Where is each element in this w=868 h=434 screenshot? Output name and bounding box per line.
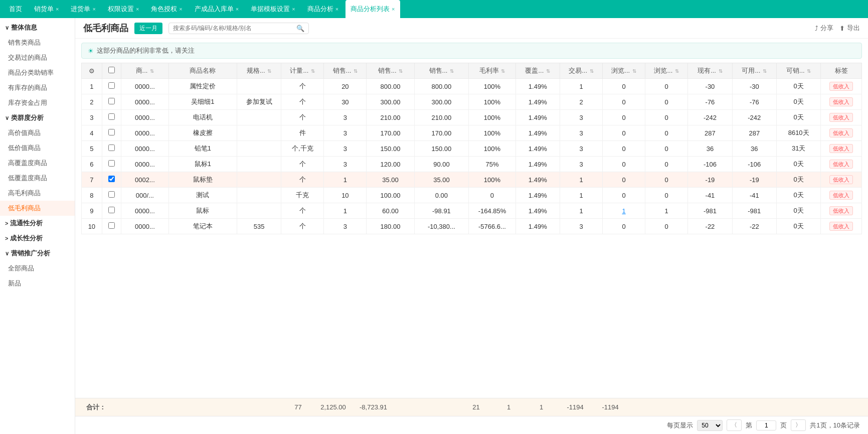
cell-checkbox[interactable] <box>102 141 121 157</box>
table-container[interactable]: ⚙商... ⇅商品名称规格... ⇅计量... ⇅销售... ⇅销售... ⇅销… <box>75 63 868 398</box>
cell-checkbox[interactable] <box>102 172 121 188</box>
nav-close-icon[interactable]: × <box>92 6 95 12</box>
export-button[interactable]: ⬆ 导出 <box>839 24 860 33</box>
col-header-browse1[interactable]: 浏览... ⇅ <box>603 63 645 79</box>
row-checkbox[interactable] <box>108 176 115 182</box>
cell-checkbox[interactable] <box>102 110 121 125</box>
sidebar-item-库存资金占用[interactable]: 库存资金占用 <box>0 95 75 110</box>
sidebar-item-商品分类助销率[interactable]: 商品分类助销率 <box>0 65 75 80</box>
sidebar-item-交易过的商品[interactable]: 交易过的商品 <box>0 50 75 65</box>
sidebar-item-高价值商品[interactable]: 高价值商品 <box>0 125 75 140</box>
nav-item-首页[interactable]: 首页 <box>4 0 27 18</box>
nav-close-icon[interactable]: × <box>56 6 59 12</box>
page-input[interactable] <box>756 420 776 430</box>
nav-close-icon[interactable]: × <box>392 6 395 12</box>
nav-close-icon[interactable]: × <box>292 6 295 12</box>
row-checkbox[interactable] <box>108 129 115 135</box>
data-table: ⚙商... ⇅商品名称规格... ⇅计量... ⇅销售... ⇅销售... ⇅销… <box>81 63 862 234</box>
cell-sales_qty: 1 <box>324 203 367 219</box>
sidebar-group-流通性分析[interactable]: >流通性分析 <box>0 216 75 231</box>
sidebar-item-低价值商品[interactable]: 低价值商品 <box>0 140 75 156</box>
cell-code: 0000... <box>121 79 168 94</box>
nav-item-单据模板设置[interactable]: 单据模板设置× <box>246 0 300 18</box>
cell-sales_price: 800.00 <box>367 79 414 94</box>
nav-item-商品分析列表[interactable]: 商品分析列表× <box>345 0 400 18</box>
col-header-available[interactable]: 可用... ⇅ <box>732 63 776 79</box>
cell-code: 0000... <box>121 125 168 141</box>
prev-page-button[interactable]: 〈 <box>727 419 742 431</box>
nav-close-icon[interactable]: × <box>335 6 338 12</box>
col-header-unit[interactable]: 计量... ⇅ <box>281 63 324 79</box>
nav-close-icon[interactable]: × <box>236 6 239 12</box>
cell-code: 0000... <box>121 203 168 219</box>
cell-sellable: 31天 <box>776 141 820 157</box>
sidebar-item-销售类商品[interactable]: 销售类商品 <box>0 35 75 50</box>
sidebar-group-整体信息[interactable]: ∨整体信息 <box>0 20 75 35</box>
cell-checkbox[interactable] <box>102 188 121 203</box>
col-header-sellable[interactable]: 可销... ⇅ <box>776 63 820 79</box>
cell-sellable: 0天 <box>776 94 820 110</box>
per-page-select[interactable]: 50 100 <box>697 420 723 431</box>
next-page-button[interactable]: 〉 <box>791 419 806 431</box>
row-checkbox[interactable] <box>108 207 115 213</box>
col-header-current_stock[interactable]: 现有... ⇅ <box>688 63 732 79</box>
sidebar-item-低覆盖度商品[interactable]: 低覆盖度商品 <box>0 171 75 186</box>
row-checkbox[interactable] <box>108 160 115 167</box>
sidebar-group-营销推广分析[interactable]: ∨营销推广分析 <box>0 246 75 261</box>
row-checkbox[interactable] <box>108 82 115 89</box>
nav-item-销货单[interactable]: 销货单× <box>29 0 64 18</box>
col-header-spec[interactable]: 规格... ⇅ <box>237 63 281 79</box>
cell-transaction: 3 <box>560 157 602 172</box>
sidebar-item-低毛利商品[interactable]: 低毛利商品 <box>0 201 75 216</box>
col-header-tag[interactable]: 标签 <box>821 63 862 79</box>
sidebar-item-全部商品[interactable]: 全部商品 <box>0 261 75 276</box>
row-checkbox[interactable] <box>108 144 115 151</box>
table-row: 40000...橡皮擦件3170.00170.00100%1.49%300287… <box>82 125 862 141</box>
cell-checkbox[interactable] <box>102 125 121 141</box>
nav-item-进货单[interactable]: 进货单× <box>66 0 100 18</box>
cell-unit: 千克 <box>281 188 324 203</box>
col-header-name[interactable]: 商品名称 <box>168 63 237 79</box>
row-checkbox[interactable] <box>108 98 115 104</box>
sidebar-group-类群度分析[interactable]: ∨类群度分析 <box>0 110 75 125</box>
select-all-checkbox[interactable] <box>108 67 115 73</box>
col-header-sales_price[interactable]: 销售... ⇅ <box>367 63 414 79</box>
row-checkbox[interactable] <box>108 113 115 120</box>
sidebar-group-成长性分析[interactable]: >成长性分析 <box>0 231 75 246</box>
col-header-browse2[interactable]: 浏览... ⇅ <box>645 63 688 79</box>
search-icon[interactable]: 🔍 <box>296 25 304 32</box>
cell-spec <box>237 188 281 203</box>
cell-checkbox[interactable] <box>102 219 121 234</box>
cell-code: 000/... <box>121 188 168 203</box>
col-header-gross_rate[interactable]: 毛利率 ⇅ <box>469 63 515 79</box>
nav-close-icon[interactable]: × <box>136 6 139 12</box>
cell-browse1[interactable]: 1 <box>603 203 645 219</box>
cell-checkbox[interactable] <box>102 203 121 219</box>
cell-available: 287 <box>732 125 776 141</box>
sidebar-item-高覆盖度商品[interactable]: 高覆盖度商品 <box>0 156 75 171</box>
cell-checkbox[interactable] <box>102 79 121 94</box>
nav-item-角色授权[interactable]: 角色授权× <box>146 0 187 18</box>
col-header-settings[interactable]: ⚙ <box>82 63 102 79</box>
col-header-sales_qty[interactable]: 销售... ⇅ <box>324 63 367 79</box>
sidebar-item-有库存的商品[interactable]: 有库存的商品 <box>0 80 75 95</box>
nav-item-产成品入库单[interactable]: 产成品入库单× <box>190 0 244 18</box>
col-header-transaction[interactable]: 交易... ⇅ <box>560 63 602 79</box>
col-header-sales_amount[interactable]: 销售... ⇅ <box>414 63 469 79</box>
cell-checkbox[interactable] <box>102 157 121 172</box>
cell-checkbox[interactable] <box>102 94 121 110</box>
row-checkbox[interactable] <box>108 191 115 198</box>
sidebar-item-高毛利商品[interactable]: 高毛利商品 <box>0 186 75 201</box>
share-button[interactable]: ⤴ 分享 <box>815 24 833 33</box>
row-checkbox[interactable] <box>108 222 115 229</box>
col-header-code[interactable]: 商... ⇅ <box>121 63 168 79</box>
search-input[interactable] <box>173 25 296 32</box>
col-header-coverage[interactable]: 覆盖... ⇅ <box>515 63 560 79</box>
browse-link[interactable]: 1 <box>622 207 626 215</box>
period-button[interactable]: 近一月 <box>134 23 162 34</box>
nav-close-icon[interactable]: × <box>179 6 182 12</box>
nav-item-商品分析[interactable]: 商品分析× <box>302 0 343 18</box>
nav-item-权限设置[interactable]: 权限设置× <box>103 0 144 18</box>
col-header-checkbox[interactable] <box>102 63 121 79</box>
sidebar-item-新品[interactable]: 新品 <box>0 276 75 291</box>
